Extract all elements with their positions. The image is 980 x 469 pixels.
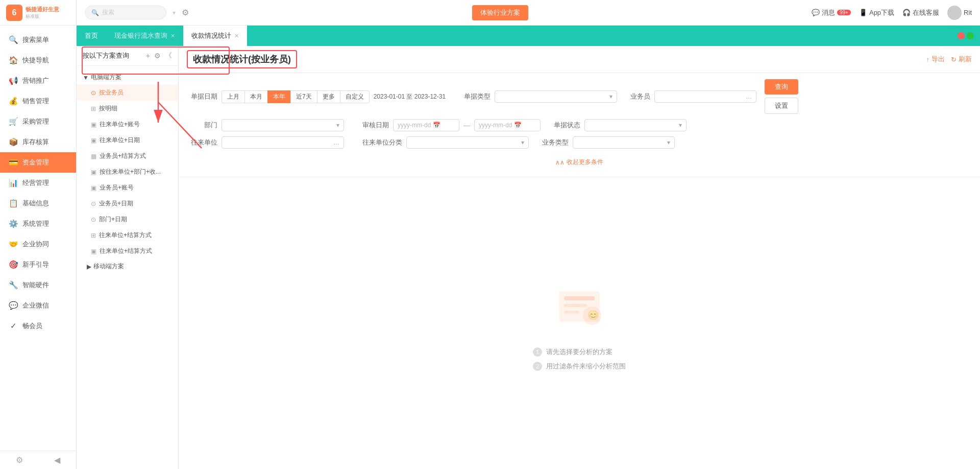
sales-icon: 💰 bbox=[8, 96, 18, 106]
biz-type-label: 业务类型 bbox=[542, 138, 569, 147]
settings-button[interactable]: 设置 bbox=[765, 98, 798, 114]
detail-scheme-icon: ⊞ bbox=[91, 105, 96, 112]
dept-chevron-icon: ▾ bbox=[336, 122, 339, 129]
date-tab-this-year[interactable]: 本年 bbox=[267, 90, 290, 103]
collapse-button[interactable]: ∧∧ 收起更多条件 bbox=[187, 154, 972, 171]
tab-bank-close-icon[interactable]: ✕ bbox=[170, 33, 175, 39]
tab-collection-close-icon[interactable]: ✕ bbox=[234, 33, 239, 39]
doctype-select[interactable]: ▾ bbox=[495, 90, 617, 103]
export-button[interactable]: ↑ 导出 bbox=[926, 55, 945, 64]
partner-cat-label: 往来单位分类 bbox=[362, 138, 402, 147]
window-maximize-button[interactable] bbox=[967, 32, 974, 39]
triangle-right-icon: ▶ bbox=[87, 263, 91, 270]
biz-type-select[interactable]: ▾ bbox=[573, 136, 675, 149]
doctype-chevron-icon: ▾ bbox=[609, 93, 612, 100]
salesperson-label: 业务员 bbox=[630, 92, 650, 101]
partner-cat-select[interactable]: ▾ bbox=[406, 136, 529, 149]
scheme-item-partner-settle2[interactable]: ▣ 往来单位+结算方式 bbox=[77, 243, 178, 259]
dropdown-arrow-icon[interactable]: ▾ bbox=[173, 9, 176, 16]
mobile-group-title[interactable]: ▶ 移动端方案 bbox=[77, 259, 178, 274]
sidebar-item-sales[interactable]: 💰 销售管理 bbox=[0, 91, 76, 111]
scheme-item-detail[interactable]: ⊞ 按明细 bbox=[77, 101, 178, 116]
service-icon: 🎧 bbox=[902, 9, 911, 16]
biz-type-chevron-icon: ▾ bbox=[667, 139, 670, 146]
topbar-search[interactable]: 🔍 搜索 bbox=[85, 6, 166, 19]
scheme-item-sp-account[interactable]: ▣ 业务员+账号 bbox=[77, 180, 178, 196]
sidebar-item-basic[interactable]: 📋 基础信息 bbox=[0, 193, 76, 214]
svg-rect-3 bbox=[564, 311, 579, 314]
salesperson-select[interactable]: … bbox=[654, 90, 756, 103]
scheme-item-dept-date[interactable]: ⊙ 部门+日期 bbox=[77, 212, 178, 227]
docstatus-label: 单据状态 bbox=[554, 121, 580, 130]
date-tabs: 上月 本月 本年 近7天 更多 自定义 bbox=[222, 90, 370, 103]
sidebar-item-corp[interactable]: 🤝 企业协同 bbox=[0, 234, 76, 254]
inventory-icon: 📦 bbox=[8, 137, 18, 147]
scheme-item-sp-date[interactable]: ⊙ 业务员+日期 bbox=[77, 196, 178, 212]
app-download-button[interactable]: 📱 App下载 bbox=[859, 8, 894, 17]
main-content: 🔍 搜索 ▾ ⚙ 体验行业方案 💬 消息 99+ 📱 App下载 🎧 在线客服 bbox=[77, 0, 980, 469]
corp-icon: 🤝 bbox=[8, 239, 18, 249]
svg-rect-2 bbox=[564, 304, 587, 307]
sidebar-item-operation[interactable]: 📊 经营管理 bbox=[0, 173, 76, 193]
tab-bank[interactable]: 现金银行流水查询 ✕ bbox=[106, 26, 183, 46]
scheme-item-partner-account[interactable]: ▣ 往来单位+账号 bbox=[77, 116, 178, 132]
dept-label: 部门 bbox=[187, 121, 217, 130]
topbar-center: 体验行业方案 bbox=[472, 5, 528, 20]
sidebar-item-system[interactable]: ⚙️ 系统管理 bbox=[0, 214, 76, 234]
docstatus-select[interactable]: ▾ bbox=[584, 119, 687, 131]
add-scheme-icon[interactable]: + bbox=[146, 52, 150, 60]
date-tab-this-month[interactable]: 本月 bbox=[244, 90, 267, 103]
settings-footer-icon[interactable]: ⚙ bbox=[16, 455, 23, 465]
pc-group-title[interactable]: ▼ 电脑端方案 bbox=[77, 70, 178, 85]
window-close-button[interactable] bbox=[958, 32, 965, 39]
sidebar-item-inventory[interactable]: 📦 库存核算 bbox=[0, 132, 76, 152]
tip-1-number: 1 bbox=[533, 347, 542, 357]
sidebar-item-marketing[interactable]: 📢 营销推广 bbox=[0, 71, 76, 91]
filter-salesperson-item: 业务员 … bbox=[630, 90, 756, 103]
tab-collection[interactable]: 收款情况统计 ✕ bbox=[183, 26, 247, 46]
tab-home[interactable]: 首页 bbox=[77, 26, 106, 46]
sp-date-icon: ⊙ bbox=[91, 200, 96, 207]
date-tab-7days[interactable]: 近7天 bbox=[290, 90, 317, 103]
refresh-button[interactable]: ↻ 刷新 bbox=[951, 55, 972, 64]
date-tab-more[interactable]: 更多 bbox=[317, 90, 340, 103]
trial-button[interactable]: 体验行业方案 bbox=[472, 5, 528, 20]
review-date-to[interactable]: yyyy-mm-dd 📅 bbox=[474, 119, 541, 131]
partner-select[interactable]: … bbox=[222, 136, 344, 149]
collapse-up-icon: ∧∧ bbox=[555, 159, 565, 166]
sidebar-item-hardware[interactable]: 🔧 智能硬件 bbox=[0, 275, 76, 295]
panel-collapse-icon[interactable]: 《 bbox=[165, 51, 172, 60]
dept-select[interactable]: ▾ bbox=[222, 119, 344, 131]
sidebar-item-wechat[interactable]: 💬 企业微信 bbox=[0, 295, 76, 316]
sidebar-item-member[interactable]: ✓ 畅会员 bbox=[0, 316, 76, 336]
scheme-settings-icon[interactable]: ⚙ bbox=[154, 52, 161, 60]
review-date-from[interactable]: yyyy-mm-dd 📅 bbox=[393, 119, 459, 131]
filter-review-date-item: 审核日期 yyyy-mm-dd 📅 — yyyy-mm-dd 📅 bbox=[362, 119, 541, 131]
date-range-text: 2023-01-01 至 2023-12-31 bbox=[374, 92, 446, 101]
scheme-item-partner-date[interactable]: ▣ 往来单位+日期 bbox=[77, 132, 178, 148]
query-button[interactable]: 查询 bbox=[765, 79, 798, 95]
sidebar-item-finance[interactable]: 💳 资金管理 bbox=[0, 152, 76, 173]
scheme-item-salesperson-settlement[interactable]: ▦ 业务员+结算方式 bbox=[77, 148, 178, 164]
filter-row-3: 往来单位 … 往来单位分类 ▾ 业务类型 bbox=[187, 136, 972, 149]
scheme-item-partner-dept[interactable]: ▣ 按往来单位+部门+收... bbox=[77, 164, 178, 180]
marketing-icon: 📢 bbox=[8, 76, 18, 86]
filter-partner-item: 往来单位 … bbox=[187, 136, 344, 149]
user-avatar-area[interactable]: Rit bbox=[947, 6, 972, 20]
empty-tips: 1 请先选择要分析的方案 2 用过滤条件来缩小分析范围 bbox=[533, 347, 626, 371]
sidebar-item-guide[interactable]: 🎯 新手引导 bbox=[0, 254, 76, 275]
sidebar-item-nav[interactable]: 🏠 快捷导航 bbox=[0, 50, 76, 71]
scheme-item-salesperson[interactable]: ⊙ 按业务员 bbox=[77, 85, 178, 101]
docstatus-chevron-icon: ▾ bbox=[679, 122, 682, 129]
online-service-button[interactable]: 🎧 在线客服 bbox=[902, 8, 939, 17]
date-tab-custom[interactable]: 自定义 bbox=[340, 90, 370, 103]
scheme-item-partner-settle1[interactable]: ⊞ 往来单位+结算方式 bbox=[77, 227, 178, 243]
date-tab-last-month[interactable]: 上月 bbox=[222, 90, 244, 103]
sidebar-item-purchase[interactable]: 🛒 采购管理 bbox=[0, 111, 76, 132]
calendar-icon: 📅 bbox=[433, 122, 440, 129]
sidebar-item-search[interactable]: 🔍 搜索菜单 bbox=[0, 30, 76, 50]
collapse-footer-icon[interactable]: ◀ bbox=[54, 455, 60, 465]
settings-gear-icon[interactable]: ⚙ bbox=[182, 8, 189, 17]
calendar-icon-2: 📅 bbox=[514, 122, 522, 129]
messages-button[interactable]: 💬 消息 99+ bbox=[812, 8, 851, 17]
